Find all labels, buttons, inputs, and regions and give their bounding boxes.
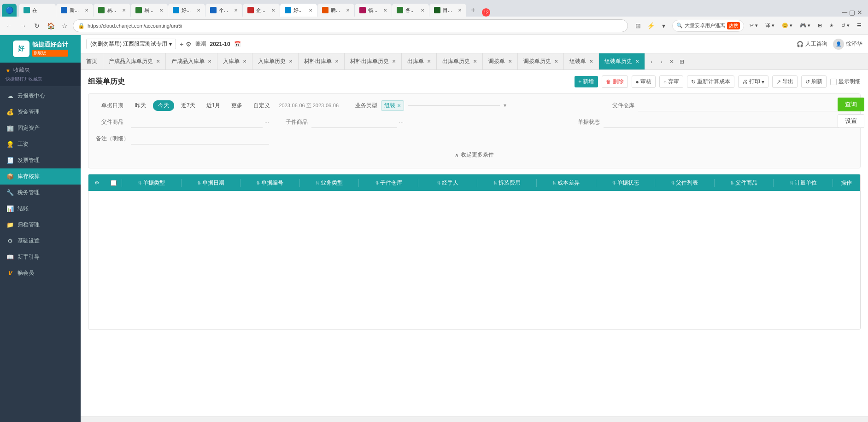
review-button[interactable]: ● 审核	[632, 75, 656, 88]
menu-item-invoice[interactable]: 🧾 发票管理	[0, 152, 81, 168]
th-bill-no[interactable]: ⇅ 单据编号	[240, 179, 299, 187]
child-goods-dots[interactable]: ···	[399, 119, 404, 125]
custom-date-btn[interactable]: 自定义	[249, 100, 274, 111]
user-info[interactable]: 👤 徐泽华	[833, 39, 862, 50]
export-button[interactable]: ↗ 导出	[772, 75, 798, 88]
th-unit[interactable]: ⇅ 计量单位	[773, 179, 833, 187]
refresh-button[interactable]: ↻	[31, 20, 42, 31]
refresh-page-button[interactable]: ↺ 刷新	[801, 75, 827, 88]
menu-item-closing[interactable]: 📊 结账	[0, 201, 81, 217]
tab-4[interactable]: 易... ✕	[131, 4, 168, 17]
th-parent-list[interactable]: ⇅ 父件列表	[655, 179, 714, 187]
lightning-button[interactable]: ⚡	[645, 20, 657, 31]
today-btn[interactable]: 今天	[153, 100, 174, 111]
th-child-warehouse[interactable]: ⇅ 子件仓库	[358, 179, 418, 187]
th-bill-date[interactable]: ⇅ 单据日期	[181, 179, 240, 187]
abandon-button[interactable]: ○ 弃审	[659, 75, 683, 88]
nav-tab-assembly-close[interactable]: ✕	[589, 59, 593, 64]
nav-tab-product-in-history-close[interactable]: ✕	[156, 59, 160, 64]
collapse-button[interactable]: ∧ 收起更多条件	[96, 149, 853, 161]
tab-6-close[interactable]: ✕	[234, 8, 238, 13]
parent-goods-input[interactable]	[131, 116, 263, 128]
nav-tab-assembly[interactable]: 组装单 ✕	[564, 53, 599, 69]
menu-item-tax[interactable]: 🔧 税务管理	[0, 185, 81, 201]
menu-item-salary[interactable]: 👷 工资	[0, 136, 81, 152]
query-button[interactable]: 查询	[838, 98, 864, 111]
select-all-checkbox[interactable]	[111, 180, 117, 186]
parent-warehouse-input[interactable]	[638, 99, 845, 111]
back-button[interactable]: ←	[4, 20, 15, 31]
menu-item-capital[interactable]: 💰 资金管理	[0, 104, 81, 120]
tab-2-close[interactable]: ✕	[85, 8, 88, 13]
add-button[interactable]: + 新增	[575, 76, 598, 87]
menu-item-vip[interactable]: V 畅会员	[0, 265, 81, 281]
recalculate-button[interactable]: ↻ 重新计算成本	[687, 75, 734, 88]
grid-tool[interactable]: ⊞	[815, 22, 825, 29]
bill-status-select[interactable]	[604, 116, 847, 128]
month-btn[interactable]: 近1月	[202, 100, 225, 111]
nav-more-tabs[interactable]: ⊞	[677, 57, 686, 66]
nav-tab-product-in-close[interactable]: ✕	[208, 59, 211, 64]
nav-tab-stock-out-history-close[interactable]: ✕	[473, 59, 477, 64]
tab-7[interactable]: 企... ✕	[243, 4, 280, 17]
menu-item-basic-settings[interactable]: ⚙ 基础设置	[0, 233, 81, 249]
tab-6[interactable]: 个... ✕	[205, 4, 242, 17]
tab-11-close[interactable]: ✕	[421, 8, 424, 13]
tab-5-close[interactable]: ✕	[197, 8, 200, 13]
tab-11[interactable]: 各... ✕	[392, 4, 429, 17]
print-button[interactable]: 🖨 打印 ▾	[738, 75, 768, 88]
menu-item-guide[interactable]: 📖 新手引导	[0, 249, 81, 265]
nav-tab-home[interactable]: 首页	[81, 53, 103, 69]
nav-tab-product-in-history[interactable]: 产成品入库单历史 ✕	[103, 53, 166, 69]
tab-12-close[interactable]: ✕	[458, 8, 462, 13]
tab-1[interactable]: 在	[19, 4, 56, 17]
calendar-icon[interactable]: 📅	[234, 41, 241, 47]
nav-scroll-right[interactable]: ›	[657, 57, 666, 66]
setting-button[interactable]: 设置	[838, 114, 864, 128]
forward-button[interactable]: →	[18, 20, 29, 31]
qr-button[interactable]: ⊞	[633, 20, 644, 31]
maximize-button[interactable]: ▢	[849, 9, 855, 16]
th-handler[interactable]: ⇅ 经手人	[418, 179, 477, 187]
settings-company-button[interactable]: ⚙	[186, 40, 192, 48]
nav-tab-stock-in[interactable]: 入库单 ✕	[217, 53, 252, 69]
tab-add-button[interactable]: +	[467, 4, 480, 17]
menu-tool[interactable]: ☰	[854, 22, 864, 29]
yesterday-btn[interactable]: 昨天	[131, 100, 150, 111]
nav-tab-assembly-history-close[interactable]: ✕	[635, 59, 639, 64]
bookmark-button[interactable]: ☆	[59, 20, 70, 31]
child-goods-input[interactable]	[311, 116, 397, 128]
parent-goods-dots[interactable]: ···	[264, 119, 269, 125]
company-selector[interactable]: (勿删勿禁用) 江西服宝测试专用 ▾	[86, 39, 176, 49]
minimize-button[interactable]: ─	[842, 8, 847, 17]
tab-10-close[interactable]: ✕	[383, 8, 387, 13]
menu-item-cloud-reports[interactable]: ☁ 云报表中心	[0, 88, 81, 104]
more-date-btn[interactable]: 更多	[227, 100, 246, 111]
tab-12[interactable]: 目... ✕	[429, 4, 466, 17]
cut-tool[interactable]: ✂ ▾	[747, 22, 761, 29]
bottom-scrollbar[interactable]	[81, 416, 868, 422]
nav-tab-assembly-history[interactable]: 组装单历史 ✕	[599, 53, 645, 69]
game-tool[interactable]: 🎮 ▾	[797, 22, 813, 29]
th-settings[interactable]: ⚙	[88, 179, 105, 186]
notes-input[interactable]	[131, 133, 269, 145]
nav-close-tab[interactable]: ✕	[667, 57, 676, 66]
nav-tab-stock-in-history-close[interactable]: ✕	[289, 59, 293, 64]
menu-item-fixed-assets[interactable]: 🏢 固定资产	[0, 120, 81, 136]
close-button[interactable]: ✕	[857, 9, 862, 16]
nav-tab-material-out[interactable]: 材料出库单 ✕	[299, 53, 345, 69]
th-business-type[interactable]: ⇅ 业务类型	[299, 179, 359, 187]
th-disassemble-cost[interactable]: ⇅ 拆装费用	[477, 179, 536, 187]
nav-tab-material-out-history-close[interactable]: ✕	[392, 59, 396, 64]
business-type-tag-close[interactable]: ✕	[397, 103, 401, 108]
url-bar[interactable]: 🔒 https://cloud.chanjet.com/accounting/u…	[73, 19, 628, 32]
favorites-sub[interactable]: 快捷键打开收藏夹	[6, 76, 75, 82]
nav-tab-stock-in-history[interactable]: 入库单历史 ✕	[252, 53, 299, 69]
tab-8[interactable]: 好... ✕	[280, 4, 317, 17]
nav-tab-stock-out[interactable]: 出库单 ✕	[402, 53, 437, 69]
th-bill-type[interactable]: ⇅ 单据类型	[122, 179, 181, 187]
display-checkbox[interactable]	[830, 79, 837, 85]
tab-10[interactable]: 畅... ✕	[355, 4, 392, 17]
tab-9-close[interactable]: ✕	[346, 8, 350, 13]
emoji-tool[interactable]: 😊 ▾	[779, 22, 795, 29]
